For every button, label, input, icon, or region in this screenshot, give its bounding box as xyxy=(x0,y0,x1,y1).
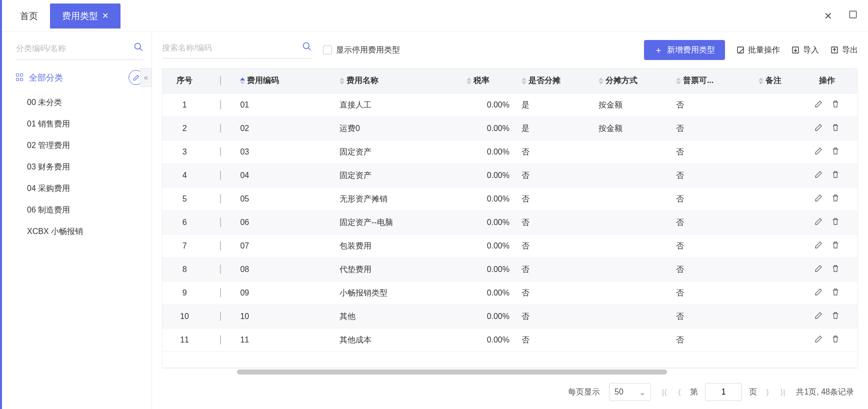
delete-icon[interactable] xyxy=(831,100,840,110)
page-input[interactable] xyxy=(705,383,742,401)
category-item[interactable]: 04 采购费用 xyxy=(27,178,144,200)
col-rate[interactable]: 税率 xyxy=(460,68,516,94)
search-input[interactable] xyxy=(162,44,302,52)
horizontal-scrollbar[interactable] xyxy=(162,368,858,375)
checkbox-icon[interactable] xyxy=(220,312,221,321)
expand-icon[interactable] xyxy=(846,10,860,22)
delete-icon[interactable] xyxy=(831,170,840,181)
cell-checkbox[interactable] xyxy=(206,211,234,234)
edit-icon[interactable] xyxy=(814,170,823,181)
checkbox-icon[interactable] xyxy=(220,218,221,227)
table-row[interactable]: 1010其他0.00%否否 xyxy=(162,305,858,328)
page-size-select[interactable]: 50 ⌄ xyxy=(609,383,651,401)
first-page-icon[interactable]: |⟨ xyxy=(660,386,669,398)
edit-icon[interactable] xyxy=(814,334,823,346)
col-invoice[interactable]: 普票可... xyxy=(670,68,752,94)
sort-icon[interactable] xyxy=(522,78,526,84)
cell-checkbox[interactable] xyxy=(206,140,234,164)
checkbox-icon[interactable] xyxy=(220,241,221,250)
category-item[interactable]: 01 销售费用 xyxy=(27,114,144,135)
edit-icon[interactable] xyxy=(814,100,823,110)
cell-checkbox[interactable] xyxy=(206,282,234,305)
checkbox-icon[interactable] xyxy=(220,124,221,133)
import-button[interactable]: 导入 xyxy=(791,45,819,56)
close-all-icon[interactable]: ✕ xyxy=(821,10,835,22)
add-button[interactable]: ＋ 新增费用类型 xyxy=(644,40,725,60)
checkbox-icon[interactable] xyxy=(220,264,221,274)
delete-icon[interactable] xyxy=(831,123,840,134)
checkbox-icon[interactable] xyxy=(220,288,221,298)
col-name[interactable]: 费用名称 xyxy=(334,68,460,94)
delete-icon[interactable] xyxy=(831,194,840,204)
tab-close-icon[interactable]: ✕ xyxy=(102,11,108,20)
checkbox-icon[interactable] xyxy=(220,147,221,156)
edit-icon[interactable] xyxy=(814,264,823,275)
collapse-sidebar-icon[interactable]: « xyxy=(140,68,152,87)
sort-icon[interactable] xyxy=(676,78,681,84)
col-note[interactable]: 备注 xyxy=(752,68,796,94)
category-item[interactable]: XCBX 小畅报销 xyxy=(27,221,144,242)
edit-icon[interactable] xyxy=(814,146,823,158)
tab-active[interactable]: 费用类型 ✕ xyxy=(50,4,120,28)
table-row[interactable]: 404固定资产0.00%否否 xyxy=(162,164,858,188)
checkbox-icon[interactable] xyxy=(220,76,221,86)
delete-icon[interactable] xyxy=(831,311,840,322)
delete-icon[interactable] xyxy=(831,288,840,298)
prev-page-icon[interactable]: ⟨ xyxy=(676,386,683,398)
cell-checkbox[interactable] xyxy=(206,234,234,258)
edit-icon[interactable] xyxy=(814,311,823,322)
sort-icon[interactable] xyxy=(340,78,344,84)
col-alloc[interactable]: 是否分摊 xyxy=(516,68,592,94)
edit-icon[interactable] xyxy=(814,240,823,252)
search-icon[interactable] xyxy=(302,42,312,54)
edit-icon[interactable] xyxy=(814,217,823,228)
checkbox-icon[interactable] xyxy=(220,170,221,180)
table-row[interactable]: 808代垫费用0.00%否否 xyxy=(162,258,858,282)
sort-icon[interactable] xyxy=(240,78,245,84)
next-page-icon[interactable]: ⟩ xyxy=(764,386,771,398)
col-checkbox[interactable] xyxy=(206,68,234,94)
table-row[interactable]: 505无形资产摊销0.00%否否 xyxy=(162,188,858,211)
cell-checkbox[interactable] xyxy=(206,164,234,188)
cell-checkbox[interactable] xyxy=(206,328,234,352)
cell-checkbox[interactable] xyxy=(206,258,234,282)
delete-icon[interactable] xyxy=(831,146,840,158)
cell-checkbox[interactable] xyxy=(206,117,234,140)
category-item[interactable]: 02 管理费用 xyxy=(27,135,144,156)
sort-icon[interactable] xyxy=(598,78,604,84)
edit-icon[interactable] xyxy=(814,288,823,298)
delete-icon[interactable] xyxy=(831,264,840,275)
table-container[interactable]: 序号 费用编码 费用名称 税率 是否分摊 分摊方式 普票可... 备注 操作 1… xyxy=(162,68,858,368)
sidebar-search-input[interactable] xyxy=(16,44,134,53)
delete-icon[interactable] xyxy=(831,334,840,346)
last-page-icon[interactable]: ⟩| xyxy=(778,386,787,398)
checkbox-icon[interactable] xyxy=(220,100,221,110)
cell-checkbox[interactable] xyxy=(206,94,234,117)
table-row[interactable]: 707包装费用0.00%否否 xyxy=(162,234,858,258)
sort-icon[interactable] xyxy=(466,78,472,84)
checkbox-icon[interactable] xyxy=(220,194,221,204)
table-row[interactable]: 606固定资产--电脑0.00%否否 xyxy=(162,211,858,234)
category-item[interactable]: 00 未分类 xyxy=(27,92,144,114)
table-row[interactable]: 202运费00.00%是按金额否 xyxy=(162,117,858,140)
all-categories-label[interactable]: 全部分类 xyxy=(29,72,63,84)
search-icon[interactable] xyxy=(134,42,144,54)
table-row[interactable]: 101直接人工0.00%是按金额否 xyxy=(162,94,858,117)
tab-home[interactable]: 首页 xyxy=(8,4,50,28)
table-row[interactable]: 303固定资产0.00%否否 xyxy=(162,140,858,164)
col-seq[interactable]: 序号 xyxy=(162,68,206,94)
table-row[interactable]: 1111其他成本0.00%否否 xyxy=(162,328,858,352)
checkbox-icon[interactable] xyxy=(323,46,332,54)
col-code[interactable]: 费用编码 xyxy=(234,68,334,94)
category-item[interactable]: 03 财务费用 xyxy=(27,156,144,178)
col-method[interactable]: 分摊方式 xyxy=(592,68,670,94)
edit-icon[interactable] xyxy=(814,123,823,134)
delete-icon[interactable] xyxy=(831,217,840,228)
sort-icon[interactable] xyxy=(758,78,764,84)
cell-checkbox[interactable] xyxy=(206,305,234,328)
edit-icon[interactable] xyxy=(814,194,823,204)
category-item[interactable]: 06 制造费用 xyxy=(27,200,144,221)
scrollbar-thumb[interactable] xyxy=(237,370,667,374)
batch-button[interactable]: 批量操作 xyxy=(736,45,780,56)
table-row[interactable]: 909小畅报销类型0.00%否否 xyxy=(162,282,858,305)
